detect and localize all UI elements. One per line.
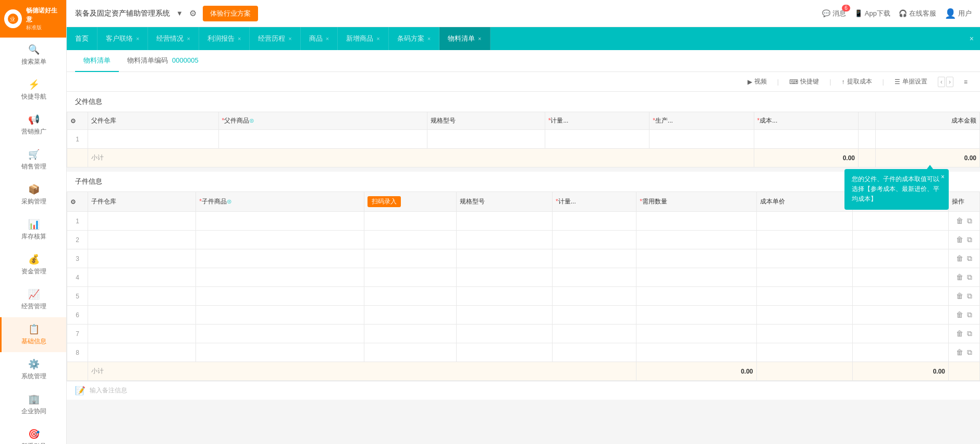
child-qty-cell[interactable] — [636, 212, 756, 231]
child-qty-cell[interactable] — [636, 343, 756, 362]
tab-barcode-close[interactable]: × — [427, 35, 431, 42]
child-qty-cell[interactable] — [636, 306, 756, 325]
tab-barcode[interactable]: 条码方案 × — [389, 27, 439, 50]
tooltip-close[interactable]: × — [941, 172, 945, 182]
tab-profit[interactable]: 利润报告 × — [199, 27, 250, 50]
child-product-cell[interactable] — [196, 287, 364, 306]
parent-unit-cell[interactable] — [545, 130, 649, 149]
child-qty-cell[interactable] — [636, 287, 756, 306]
child-spec-cell[interactable] — [456, 325, 552, 343]
delete-icon[interactable]: 🗑 — [956, 273, 963, 281]
app-download-item[interactable]: 📱 App下载 — [854, 9, 890, 18]
child-warehouse-cell[interactable] — [88, 268, 196, 287]
child-warehouse-cell[interactable] — [88, 287, 196, 306]
child-product-cell[interactable] — [196, 343, 364, 362]
child-unit-cost-cell[interactable] — [756, 306, 852, 325]
sidebar-item-basic[interactable]: 📋 基础信息 — [0, 317, 66, 352]
child-spec-cell[interactable] — [456, 306, 552, 325]
child-gear-icon[interactable]: ⚙ — [70, 198, 76, 206]
copy-icon[interactable]: ⧉ — [967, 273, 972, 281]
parent-produce-cell[interactable] — [650, 130, 754, 149]
prev-btn[interactable]: ‹ — [938, 77, 945, 87]
child-unit-cost-cell[interactable] — [756, 343, 852, 362]
child-unit-cell[interactable] — [553, 343, 636, 362]
child-unit-cost-cell[interactable] — [756, 212, 852, 231]
settings-icon[interactable]: ⚙ — [189, 8, 197, 18]
view-btn[interactable]: ▶ 视频 — [743, 75, 771, 88]
child-product-cell[interactable] — [196, 268, 364, 287]
note-placeholder[interactable]: 输入备注信息 — [90, 386, 127, 395]
delete-icon[interactable]: 🗑 — [956, 310, 963, 319]
tab-operation[interactable]: 经营情况 × — [148, 27, 199, 50]
child-warehouse-cell[interactable] — [88, 249, 196, 268]
copy-icon[interactable]: ⧉ — [967, 217, 972, 225]
delete-icon[interactable]: 🗑 — [956, 292, 963, 300]
delete-icon[interactable]: 🗑 — [956, 348, 963, 356]
delete-icon[interactable]: 🗑 — [956, 235, 963, 244]
child-spec-cell[interactable] — [456, 249, 552, 268]
next-btn[interactable]: › — [946, 77, 953, 87]
sidebar-item-operation[interactable]: 📈 经营管理 — [0, 282, 66, 317]
parent-product-cell[interactable] — [218, 130, 427, 149]
child-unit-cell[interactable] — [553, 325, 636, 343]
child-unit-cost-cell[interactable] — [756, 325, 852, 343]
tab-history[interactable]: 经营历程 × — [250, 27, 300, 50]
tab-customer[interactable]: 客户联络 × — [97, 27, 148, 50]
child-unit-cost-cell[interactable] — [756, 231, 852, 249]
delete-icon[interactable]: 🗑 — [956, 217, 963, 225]
tab-bom-close[interactable]: × — [478, 35, 481, 42]
sidebar-item-finance[interactable]: 💰 资金管理 — [0, 247, 66, 282]
sidebar-item-quicknav[interactable]: ⚡ 快捷导航 — [0, 73, 66, 107]
user-item[interactable]: 👤 用户 — [945, 8, 972, 19]
online-service-item[interactable]: 🎧 在线客服 — [899, 9, 936, 18]
tab-profit-close[interactable]: × — [238, 35, 241, 42]
tab-goods-close[interactable]: × — [326, 35, 329, 42]
sidebar-item-enterprise[interactable]: 🏢 企业协同 — [0, 387, 66, 422]
child-unit-cost-cell[interactable] — [756, 249, 852, 268]
copy-icon[interactable]: ⧉ — [967, 292, 972, 300]
child-warehouse-cell[interactable] — [88, 306, 196, 325]
child-unit-cell[interactable] — [553, 231, 636, 249]
copy-icon[interactable]: ⧉ — [967, 235, 972, 244]
message-item[interactable]: 💬 消息 6 — [822, 9, 846, 18]
child-spec-cell[interactable] — [456, 268, 552, 287]
child-product-cell[interactable] — [196, 212, 364, 231]
sidebar-item-search[interactable]: 🔍 搜索菜单 — [0, 38, 66, 73]
tab-new-goods-close[interactable]: × — [376, 35, 379, 42]
child-spec-cell[interactable] — [456, 287, 552, 306]
tab-customer-close[interactable]: × — [136, 35, 139, 42]
shortcut-btn[interactable]: ⌨ 快捷键 — [785, 75, 823, 88]
tab-home[interactable]: 首页 — [67, 27, 97, 50]
child-unit-cell[interactable] — [553, 306, 636, 325]
sidebar-item-marketing[interactable]: 📢 营销推广 — [0, 107, 66, 142]
delete-icon[interactable]: 🗑 — [956, 329, 963, 338]
child-warehouse-cell[interactable] — [88, 212, 196, 231]
scan-button[interactable]: 扫码录入 — [368, 196, 401, 207]
child-product-cell[interactable] — [196, 306, 364, 325]
copy-icon[interactable]: ⧉ — [967, 310, 972, 319]
tab-goods[interactable]: 商品 × — [301, 27, 338, 50]
menu-btn[interactable]: ≡ — [960, 76, 972, 88]
trial-button[interactable]: 体验行业方案 — [203, 6, 258, 21]
parent-spec-cell[interactable] — [427, 130, 545, 149]
child-spec-cell[interactable] — [456, 231, 552, 249]
child-product-cell[interactable] — [196, 249, 364, 268]
tabs-close-all[interactable]: × — [963, 34, 980, 43]
child-unit-cell[interactable] — [553, 287, 636, 306]
gear-icon[interactable]: ⚙ — [70, 117, 76, 125]
child-warehouse-cell[interactable] — [88, 343, 196, 362]
sidebar-item-system[interactable]: ⚙️ 系统管理 — [0, 352, 66, 387]
sidebar-item-inventory[interactable]: 📊 库存核算 — [0, 212, 66, 247]
copy-icon[interactable]: ⧉ — [967, 329, 972, 338]
delete-icon[interactable]: 🗑 — [956, 254, 963, 262]
child-unit-cost-cell[interactable] — [756, 268, 852, 287]
tab-bom[interactable]: 物料清单 × — [439, 27, 490, 50]
child-spec-cell[interactable] — [456, 343, 552, 362]
tab-history-close[interactable]: × — [288, 35, 291, 42]
extract-cost-btn[interactable]: ↑ 提取成本 — [838, 75, 876, 88]
child-unit-cost-cell[interactable] — [756, 287, 852, 306]
sidebar-item-guide[interactable]: 🎯 新手引导 — [0, 422, 66, 444]
child-product-cell[interactable] — [196, 231, 364, 249]
copy-icon[interactable]: ⧉ — [967, 348, 972, 356]
child-product-cell[interactable] — [196, 325, 364, 343]
